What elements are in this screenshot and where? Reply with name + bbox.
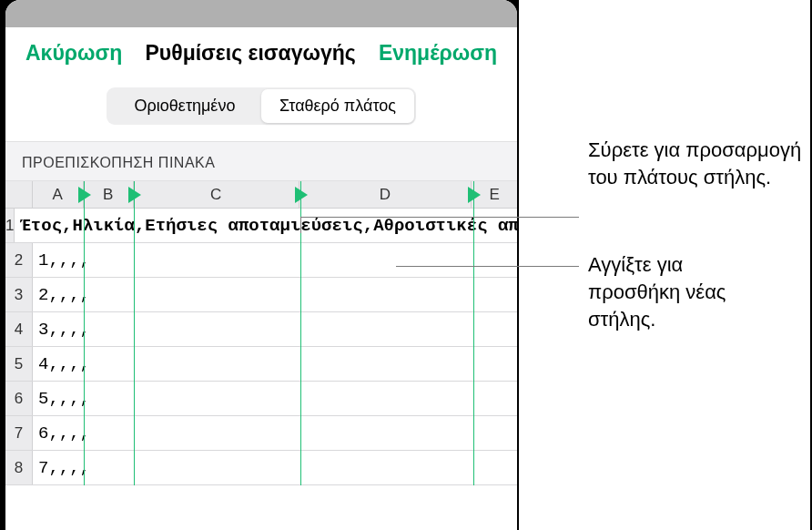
row-content[interactable]: 4,,,, xyxy=(33,347,90,381)
row-content[interactable]: Έτος,Ηλικία,Ετήσιες αποταμιεύσεις,Αθροισ… xyxy=(15,209,517,242)
sheet-backdrop xyxy=(5,0,517,27)
column-resize-handle[interactable] xyxy=(127,181,143,209)
table-row: 65,,,, xyxy=(5,382,517,416)
row-content[interactable]: 6,,,, xyxy=(33,416,90,450)
update-button[interactable]: Ενημέρωση xyxy=(379,41,497,66)
row-header[interactable]: 8 xyxy=(5,451,33,484)
sheet-title: Ρυθμίσεις εισαγωγής xyxy=(145,41,355,66)
row-header[interactable]: 1 xyxy=(5,209,15,242)
table-preview-header: ΠΡΟΕΠΙΣΚΟΠΗΣΗ ΠΙΝΑΚΑ xyxy=(5,141,517,181)
row-header[interactable]: 6 xyxy=(5,382,33,415)
table-row: 43,,,, xyxy=(5,312,517,347)
row-header[interactable]: 7 xyxy=(5,416,33,450)
row-content[interactable]: 1,,,, xyxy=(33,243,90,277)
row-header[interactable]: 4 xyxy=(5,312,33,346)
svg-marker-2 xyxy=(295,187,308,203)
sheet-content: Ακύρωση Ρυθμίσεις εισαγωγής Ενημέρωση Ορ… xyxy=(5,27,517,530)
svg-marker-0 xyxy=(78,187,91,203)
row-content[interactable]: 3,,,, xyxy=(33,312,90,346)
svg-marker-3 xyxy=(468,187,481,203)
column-resize-handle[interactable] xyxy=(293,181,310,209)
segment-delimited[interactable]: Οριοθετημένο xyxy=(108,89,261,123)
col-header-c[interactable]: C xyxy=(134,181,299,208)
callout-leader-line xyxy=(300,217,579,218)
import-mode-segmented[interactable]: Οριοθετημένο Σταθερό πλάτος xyxy=(107,87,416,125)
table-row: 76,,,, xyxy=(5,416,517,451)
column-resize-handle[interactable] xyxy=(76,181,93,209)
corner-cell xyxy=(5,181,33,208)
toolbar: Ακύρωση Ρυθμίσεις εισαγωγής Ενημέρωση xyxy=(5,27,517,78)
table-row: 87,,,, xyxy=(5,451,517,485)
cancel-button[interactable]: Ακύρωση xyxy=(25,41,122,66)
row-header[interactable]: 2 xyxy=(5,243,33,277)
table-row: 32,,,, xyxy=(5,278,517,312)
column-header-row: A B C D E xyxy=(5,181,517,209)
row-content[interactable]: 2,,,, xyxy=(33,278,90,311)
callout-area: Σύρετε για προσαρμογή του πλάτους στήλης… xyxy=(519,0,810,530)
table-row: 1Έτος,Ηλικία,Ετήσιες αποταμιεύσεις,Αθροι… xyxy=(5,209,517,243)
col-header-d[interactable]: D xyxy=(299,181,472,208)
callout-drag-text: Σύρετε για προσαρμογή του πλάτους στήλης… xyxy=(588,137,812,191)
import-settings-sheet: Ακύρωση Ρυθμίσεις εισαγωγής Ενημέρωση Ορ… xyxy=(5,0,517,530)
row-content[interactable]: 7,,,, xyxy=(33,451,90,484)
row-header[interactable]: 5 xyxy=(5,347,33,381)
svg-marker-1 xyxy=(128,187,141,203)
table-preview: A B C D E 1Έτος,Ηλικία,Ετήσιες αποταμ xyxy=(5,181,517,485)
row-header[interactable]: 3 xyxy=(5,278,33,311)
table-row: 54,,,, xyxy=(5,347,517,382)
table-row: 21,,,, xyxy=(5,243,517,278)
row-content[interactable]: 5,,,, xyxy=(33,382,90,415)
callout-leader-line xyxy=(300,217,301,233)
segment-fixed-width[interactable]: Σταθερό πλάτος xyxy=(261,89,414,123)
callout-tap-text: Αγγίξτε για προσθήκη νέας στήλης. xyxy=(588,251,770,333)
column-resize-handle[interactable] xyxy=(466,181,482,209)
callout-leader-line xyxy=(396,266,579,267)
